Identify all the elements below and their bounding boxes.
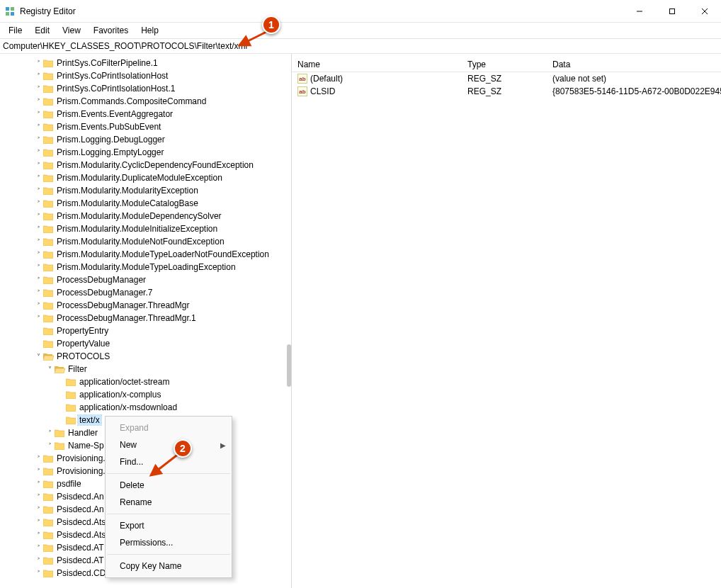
expander-icon[interactable]: ˃	[34, 506, 42, 514]
expander-icon[interactable]: ˃	[34, 570, 42, 577]
expander-icon[interactable]: ˃	[34, 85, 42, 93]
tree-row[interactable]: ˃Prism.Commands.CompositeCommand	[0, 95, 291, 108]
folder-icon	[65, 377, 76, 387]
expander-icon[interactable]: ˃	[34, 213, 42, 220]
tree-row[interactable]: ˃ProcessDebugManager.7	[0, 286, 291, 299]
expander-icon[interactable]: ˃	[34, 72, 42, 80]
expander-icon[interactable]: ˃	[34, 480, 42, 488]
expander-icon[interactable]: ˃	[34, 251, 42, 259]
ctx-delete[interactable]: Delete	[106, 477, 232, 494]
close-button[interactable]	[688, 0, 721, 23]
expander-icon[interactable]: ˃	[34, 264, 42, 271]
ctx-export[interactable]: Export	[106, 517, 232, 534]
expander-icon[interactable]: ˃	[34, 174, 42, 182]
expander-icon[interactable]: ˃	[45, 429, 54, 437]
tree-label: PropertyValue	[55, 339, 111, 349]
tree-row[interactable]: ˃Prism.Modularity.ModularityException	[0, 184, 291, 197]
expander-icon[interactable]: ˃	[34, 60, 42, 67]
tree-label: psdfile	[55, 479, 83, 489]
tree-row[interactable]: ˃Prism.Modularity.CyclicDependencyFoundE…	[0, 159, 291, 171]
ctx-new[interactable]: New▶	[106, 436, 232, 453]
value-row[interactable]: ab(Default)REG_SZ(value not set)	[292, 72, 721, 85]
expander-icon[interactable]: ˃	[34, 519, 42, 526]
tree-row[interactable]: ˃ProcessDebugManager.ThreadMgr	[0, 299, 291, 312]
tree-row[interactable]: ˃Prism.Modularity.ModuleCatalogBase	[0, 197, 291, 210]
expander-icon[interactable]: ˅	[45, 366, 54, 373]
tree-row[interactable]: application/x-msdownload	[0, 401, 291, 414]
expander-icon[interactable]: ˃	[34, 123, 42, 131]
tree-label: application/x-complus	[78, 390, 162, 400]
expander-icon[interactable]: ˃	[34, 149, 42, 157]
folder-icon	[42, 135, 54, 145]
tree-row[interactable]: ˅PROTOCOLS	[0, 350, 291, 363]
tree-row[interactable]: application/x-complus	[0, 388, 291, 401]
tree-row[interactable]: ˃PrintSys.CoPrintIsolationHost	[0, 69, 291, 82]
menu-help[interactable]: Help	[135, 24, 164, 37]
tree-row[interactable]: ˃Prism.Modularity.DuplicateModuleExcepti…	[0, 171, 291, 184]
annotation-badge-1: 1	[262, 16, 280, 34]
expander-icon[interactable]: ˃	[45, 442, 54, 450]
menu-edit[interactable]: Edit	[29, 24, 55, 37]
col-name[interactable]: Name	[292, 60, 462, 69]
expander-icon[interactable]: ˃	[34, 162, 42, 169]
expander-icon[interactable]: ˃	[34, 544, 42, 552]
tree-row[interactable]: ˃PrintSys.CoFilterPipeline.1	[0, 57, 291, 69]
tree-row[interactable]: ˅Filter	[0, 363, 291, 375]
tree-row[interactable]: PropertyEntry	[0, 324, 291, 337]
expander-icon[interactable]: ˃	[34, 187, 42, 195]
expander-icon[interactable]: ˃	[34, 557, 42, 565]
tree-row[interactable]: ˃PrintSys.CoPrintIsolationHost.1	[0, 82, 291, 95]
tree-row[interactable]: ˃ProcessDebugManager	[0, 273, 291, 286]
expander-icon[interactable]: ˅	[34, 353, 42, 361]
tree-row[interactable]: ˃Prism.Logging.DebugLogger	[0, 133, 291, 146]
col-type[interactable]: Type	[462, 60, 547, 69]
menu-view[interactable]: View	[57, 24, 86, 37]
tree-row[interactable]: ˃Prism.Modularity.ModuleTypeLoadingExcep…	[0, 261, 291, 273]
ctx-permissions[interactable]: Permissions...	[106, 534, 232, 551]
expander-icon[interactable]: ˃	[34, 276, 42, 284]
ctx-copy-key-name[interactable]: Copy Key Name	[106, 558, 232, 575]
window-title: Registry Editor	[20, 6, 76, 16]
expander-icon[interactable]: ˃	[34, 238, 42, 246]
ctx-find[interactable]: Find...	[106, 453, 232, 470]
expander-icon[interactable]: ˃	[34, 302, 42, 310]
expander-icon[interactable]: ˃	[34, 531, 42, 539]
expander-icon[interactable]: ˃	[34, 455, 42, 463]
address-bar	[0, 38, 721, 54]
tree-row[interactable]: ˃Prism.Modularity.ModuleInitializeExcept…	[0, 222, 291, 235]
tree-label: Prism.Events.EventAggregator	[55, 109, 174, 119]
tree-row[interactable]: application/octet-stream	[0, 375, 291, 388]
tree-row[interactable]: PropertyValue	[0, 337, 291, 350]
expander-icon[interactable]: ˃	[34, 98, 42, 106]
expander-icon[interactable]: ˃	[34, 289, 42, 297]
tree-row[interactable]: ˃Prism.Events.EventAggregator	[0, 108, 291, 120]
col-data[interactable]: Data	[547, 60, 721, 69]
expander-icon[interactable]: ˃	[34, 111, 42, 118]
expander-icon[interactable]: ˃	[34, 200, 42, 208]
tree-label: Prism.Logging.EmptyLogger	[55, 147, 165, 157]
splitter-handle[interactable]	[287, 344, 291, 387]
value-row[interactable]: abCLSIDREG_SZ{807583E5-5146-11D5-A672-00…	[292, 85, 721, 98]
separator	[107, 473, 230, 474]
ctx-rename[interactable]: Rename	[106, 494, 232, 511]
maximize-button[interactable]	[656, 0, 688, 23]
expander-icon[interactable]: ˃	[34, 493, 42, 501]
expander-icon[interactable]: ˃	[34, 225, 42, 233]
tree-row[interactable]: ˃Prism.Modularity.ModuleNotFoundExceptio…	[0, 235, 291, 248]
expander-icon[interactable]: ˃	[34, 315, 42, 322]
expander-icon[interactable]: ˃	[34, 468, 42, 475]
tree-row[interactable]: ˃Prism.Logging.EmptyLogger	[0, 146, 291, 159]
tree-row[interactable]: ˃Prism.Modularity.ModuleTypeLoaderNotFou…	[0, 248, 291, 261]
tree-label: Prism.Logging.DebugLogger	[55, 135, 166, 145]
tree-row[interactable]: ˃Prism.Events.PubSubEvent	[0, 120, 291, 133]
folder-icon	[65, 402, 76, 412]
folder-icon	[42, 58, 54, 68]
tree-row[interactable]: ˃Prism.Modularity.ModuleDependencySolver	[0, 210, 291, 222]
ctx-expand: Expand	[106, 419, 232, 436]
menu-file[interactable]: File	[3, 24, 28, 37]
tree-row[interactable]: ˃ProcessDebugManager.ThreadMgr.1	[0, 312, 291, 324]
minimize-button[interactable]	[623, 0, 656, 23]
expander-icon[interactable]: ˃	[34, 136, 42, 144]
menu-favorites[interactable]: Favorites	[88, 24, 134, 37]
address-input[interactable]	[3, 41, 718, 51]
